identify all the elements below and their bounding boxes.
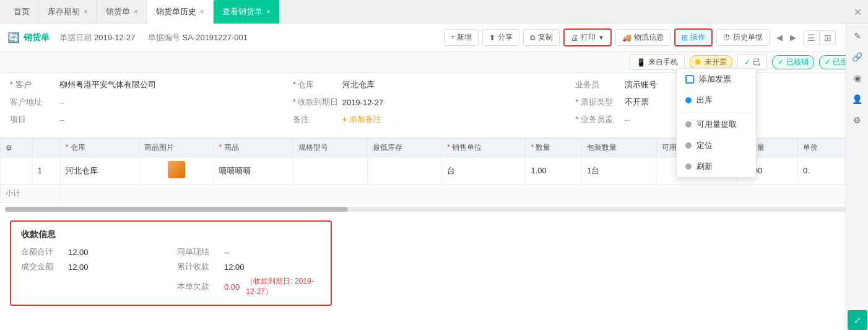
tab-view-sales-close[interactable]: × — [266, 7, 271, 16]
main-content: 🔄 销货单 单据日期 2019-12-27 单据编号 SA-20191227-0… — [0, 24, 868, 330]
warehouse-value: 河北仓库 — [342, 79, 375, 90]
ticket-type-value: 不开票 — [625, 97, 649, 108]
row-img — [139, 157, 214, 185]
row-gear — [1, 157, 33, 185]
customer-label: 客户 — [10, 79, 59, 90]
copy-button[interactable]: ⧉ 复制 — [523, 29, 560, 46]
subtotal-values — [60, 185, 867, 203]
col-idx — [32, 139, 60, 157]
salesperson-label: 业务员孟 — [575, 114, 625, 125]
warehouse-group: 仓库 河北仓库 — [293, 79, 576, 90]
tab-sales-order-close[interactable]: × — [134, 7, 138, 16]
tab-sales-history[interactable]: 销货单历史 × — [147, 0, 214, 24]
from-phone-button[interactable]: 📱 来自手机 — [630, 54, 685, 70]
dropdown-add-invoice[interactable]: 添加发票 — [677, 69, 756, 90]
summary-same-settle-label: 同单现结 — [177, 246, 220, 258]
sidebar-edit-icon[interactable]: ✎ — [848, 26, 867, 46]
summary-collected-label: 累计收款 — [177, 261, 220, 272]
logistics-button[interactable]: 🚚 物流信息 — [615, 29, 671, 46]
share-button[interactable]: ⬆ 分享 — [482, 29, 519, 46]
horizontal-scrollbar[interactable] — [5, 207, 863, 212]
dropdown-locate[interactable]: 定位 — [677, 135, 756, 156]
staff-label: 业务员 — [575, 79, 625, 90]
summary-total-label: 金额合计 — [21, 246, 64, 258]
project-value: -- — [59, 115, 65, 124]
ops-dropdown-menu: 添加发票 出库 可用量提取 定位 刷新 — [676, 68, 757, 178]
history-button[interactable]: ⏱ 历史单据 — [716, 29, 770, 46]
due-date-value: 2019-12-27 — [342, 98, 384, 107]
doc-no-label: 单据编号 — [148, 32, 180, 43]
col-product: 商品 — [214, 139, 293, 157]
tab-inventory-init-close[interactable]: × — [84, 7, 88, 16]
doc-no-item: 单据编号 SA-20191227-001 — [148, 32, 248, 43]
right-sidebar: ✎ 🔗 ◉ 👤 ⚙ ⤢ — [846, 24, 868, 330]
view-list-btn[interactable]: ☰ — [803, 30, 820, 45]
copy-icon: ⧉ — [530, 33, 536, 42]
refresh-icon — [685, 163, 692, 170]
subtotal-row: 小计 — [1, 185, 868, 203]
summary-deal-value: 12.00 — [68, 263, 89, 272]
dropdown-outbound[interactable]: 出库 — [677, 90, 756, 111]
print-btn-wrapper: 🖨 打印 ▼ — [563, 28, 612, 46]
summary-collected-value: 12.00 — [224, 263, 245, 272]
doc-no-value: SA-20191227-001 — [183, 33, 248, 42]
tab-home[interactable]: 首页 — [5, 0, 39, 24]
col-unit: 销售单位 — [442, 139, 526, 157]
col-warehouse: 仓库 — [60, 139, 139, 157]
scrollbar-thumb[interactable] — [5, 207, 348, 212]
add-note-btn[interactable]: + 添加备注 — [342, 114, 381, 125]
address-value: -- — [59, 98, 65, 107]
tab-sales-order[interactable]: 销货单 × — [97, 0, 147, 24]
tab-inventory-init[interactable]: 库存期初 × — [39, 0, 97, 24]
tab-sales-history-close[interactable]: × — [200, 7, 204, 16]
summary-same-settle: 同单现结 -- — [177, 246, 321, 258]
col-packqty: 包装数量 — [582, 139, 656, 157]
summary-owed-label: 本单欠款 — [177, 281, 220, 292]
print-label: 打印 — [581, 32, 596, 43]
nav-next[interactable]: ▶ — [787, 31, 799, 44]
refresh-label: 刷新 — [697, 161, 713, 172]
tab-view-sales[interactable]: 查看销货单 × — [214, 0, 280, 24]
row-minstock — [367, 157, 441, 185]
subtotal-label: 小计 — [1, 185, 61, 203]
window-close-btn[interactable]: ✕ — [854, 6, 862, 17]
col-minstock: 最低库存 — [367, 139, 441, 157]
sidebar-settings-icon[interactable]: ⚙ — [848, 110, 867, 130]
print-button[interactable]: 🖨 打印 ▼ — [565, 30, 610, 45]
due-date-group: 收款到期日 2019-12-27 — [293, 97, 576, 108]
sidebar-user-icon[interactable]: 👤 — [848, 89, 867, 109]
unopen-tag[interactable]: 未开票 — [690, 55, 732, 69]
doc-title-label: 销货单 — [24, 32, 50, 43]
row-spec — [293, 157, 367, 185]
checked-tag[interactable]: ✓ 已核销 — [772, 55, 814, 69]
view-grid-btn[interactable]: ⊞ — [820, 30, 836, 45]
project-label: 项目 — [10, 114, 59, 125]
outbound-icon — [685, 97, 692, 103]
doc-header: 🔄 销货单 单据日期 2019-12-27 单据编号 SA-20191227-0… — [0, 24, 868, 52]
note-group: 备注 + 添加备注 — [293, 114, 576, 125]
add-invoice-icon — [685, 75, 694, 84]
scrollbar-area — [0, 203, 868, 214]
tabs-bar: 首页 库存期初 × 销货单 × 销货单历史 × 查看销货单 × ✕ — [0, 0, 868, 24]
dropdown-refresh[interactable]: 刷新 — [677, 156, 756, 177]
share-label: 分享 — [498, 32, 513, 43]
locate-icon — [685, 142, 692, 149]
sidebar-expand-icon[interactable]: ⤢ — [848, 310, 867, 330]
due-date-text: 2019-12-27 — [246, 277, 313, 296]
dropdown-available-qty[interactable]: 可用量提取 — [677, 114, 756, 135]
print-dropdown-icon: ▼ — [598, 34, 604, 41]
ops-button[interactable]: ⊞ 操作 — [675, 30, 711, 45]
sidebar-link-icon[interactable]: 🔗 — [848, 47, 867, 67]
row-warehouse: 河北仓库 — [60, 157, 139, 185]
ticket-type-label: 票据类型 — [575, 97, 625, 108]
summary-owed-value: 0.00 — [224, 282, 240, 292]
row-idx: 1 — [32, 157, 60, 185]
history-icon: ⏱ — [723, 33, 731, 42]
summary-owed-suffix: （收款到期日: 2019-12-27） — [246, 276, 321, 297]
nav-prev[interactable]: ◀ — [773, 31, 786, 44]
new-button[interactable]: + 新增 — [444, 29, 479, 46]
customer-group: 客户 柳州粤港平安气体有限公司 — [10, 79, 293, 90]
sidebar-eye-icon[interactable]: ◉ — [848, 68, 867, 88]
warehouse-label: 仓库 — [293, 79, 342, 90]
ops-btn-wrapper: ⊞ 操作 — [674, 28, 713, 46]
